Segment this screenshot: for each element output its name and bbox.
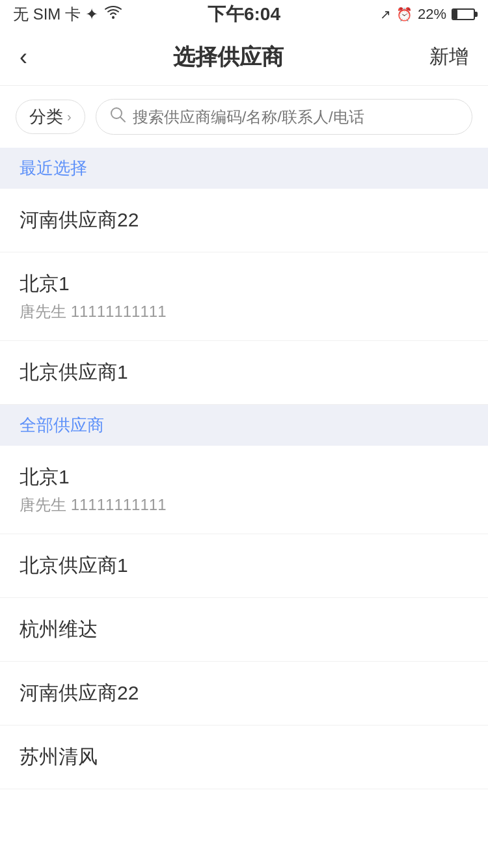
filter-bar: 分类 › — [0, 86, 488, 148]
all-section-header: 全部供应商 — [0, 405, 488, 446]
location-icon: ↗ — [380, 7, 391, 22]
item-sub: 唐先生 11111111111 — [20, 495, 468, 515]
list-item[interactable]: 北京1 唐先生 11111111111 — [0, 446, 488, 534]
category-filter[interactable]: 分类 › — [16, 100, 85, 134]
search-box[interactable] — [96, 99, 472, 135]
wifi-signal — [103, 5, 123, 23]
all-list: 北京1 唐先生 11111111111 北京供应商1 杭州维达 河南供应商22 … — [0, 446, 488, 789]
search-icon — [109, 106, 126, 128]
item-name: 北京1 — [20, 271, 468, 297]
recent-section-label: 最近选择 — [20, 158, 87, 178]
no-sim-label: 无 SIM 卡 ✦ — [13, 4, 98, 25]
svg-point-0 — [112, 16, 115, 19]
chevron-right-icon: › — [67, 109, 72, 124]
item-name: 杭州维达 — [20, 616, 468, 643]
category-label: 分类 — [29, 105, 63, 128]
item-sub: 唐先生 11111111111 — [20, 301, 468, 322]
status-time: 下午6:04 — [208, 2, 280, 27]
back-button[interactable]: ‹ — [20, 44, 27, 71]
list-item[interactable]: 河南供应商22 — [0, 662, 488, 726]
recent-section-header: 最近选择 — [0, 148, 488, 189]
all-section-label: 全部供应商 — [20, 415, 104, 435]
search-input[interactable] — [133, 108, 459, 126]
list-item[interactable]: 河南供应商22 — [0, 189, 488, 252]
list-item[interactable]: 北京1 唐先生 11111111111 — [0, 252, 488, 341]
alarm-icon: ⏰ — [396, 7, 413, 22]
item-name: 河南供应商22 — [20, 207, 468, 234]
item-name: 北京供应商1 — [20, 359, 468, 386]
list-item[interactable]: 杭州维达 — [0, 598, 488, 662]
item-name: 北京供应商1 — [20, 552, 468, 579]
list-item[interactable]: 北京供应商1 — [0, 534, 488, 598]
recent-list: 河南供应商22 北京1 唐先生 11111111111 北京供应商1 — [0, 189, 488, 405]
item-name: 河南供应商22 — [20, 680, 468, 707]
list-item[interactable]: 北京供应商1 — [0, 341, 488, 405]
svg-line-2 — [120, 117, 125, 122]
nav-bar: ‹ 选择供应商 新增 — [0, 29, 488, 86]
list-item[interactable]: 苏州清风 — [0, 726, 488, 789]
status-bar: 无 SIM 卡 ✦ 下午6:04 ↗ ⏰ 22% — [0, 0, 488, 29]
item-name: 苏州清风 — [20, 744, 468, 770]
page-title: 选择供应商 — [173, 42, 284, 72]
status-right: ↗ ⏰ 22% — [380, 6, 475, 23]
battery-label: 22% — [418, 6, 446, 23]
item-name: 北京1 — [20, 464, 468, 491]
battery-icon — [452, 8, 475, 20]
add-button[interactable]: 新增 — [429, 44, 468, 70]
status-left: 无 SIM 卡 ✦ — [13, 4, 123, 25]
